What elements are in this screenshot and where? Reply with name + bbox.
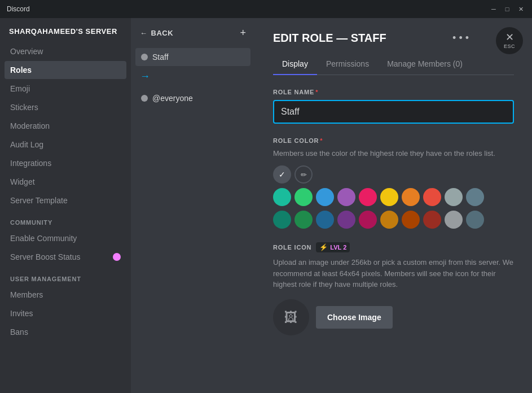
tab-display[interactable]: Display [273,54,317,75]
color-swatch[interactable] [423,211,441,229]
esc-label: ESC [504,43,515,49]
color-swatch[interactable] [423,188,441,206]
color-swatch[interactable] [359,188,377,206]
sidebar-item-overview[interactable]: Overview [5,42,126,60]
color-swatch[interactable] [294,211,313,229]
sidebar-item-label: Overview [10,47,43,56]
more-options-button[interactable]: • • • [452,32,469,44]
color-swatch[interactable] [337,211,355,229]
main-content: ✕ ESC EDIT ROLE — STAFF • • • Display Pe… [255,18,532,393]
color-swatch-custom[interactable]: ✏ [294,165,313,184]
sidebar-item-label: Widget [10,177,35,186]
color-swatch[interactable] [402,211,420,229]
required-asterisk: * [315,89,318,95]
sidebar-item-members[interactable]: Members [5,286,126,304]
color-swatch[interactable] [359,211,377,229]
minimize-button[interactable]: ─ [489,5,498,14]
back-button[interactable]: ← BACK [140,29,173,37]
color-swatch[interactable] [380,188,398,206]
sidebar-item-server-boost-status[interactable]: Server Boost Status [5,248,126,266]
tab-manage-members[interactable]: Manage Members (0) [378,54,472,75]
sidebar-item-label: Invites [10,309,33,318]
role-icon-header: ROLE ICON ⚡ LVL 2 [273,242,514,252]
sidebar-item-label: Bans [10,328,28,337]
role-color-description: Members use the color of the highest rol… [273,149,514,159]
color-swatch[interactable] [294,188,313,206]
sidebar-item-emoji[interactable]: Emoji [5,80,126,98]
sidebar-item-label: Roles [10,66,32,75]
sidebar-item-label: Audit Log [10,140,43,149]
tab-permissions[interactable]: Permissions [317,54,378,75]
app-body: SHARQAHAMEED'S SERVER Overview Roles Emo… [0,18,532,393]
color-swatch[interactable] [380,211,398,229]
color-swatches-row-1 [273,188,514,206]
checkmark-icon: ✓ [279,170,285,179]
color-swatch[interactable] [273,188,291,206]
role-color-label: ROLE COLOR* [273,137,514,144]
sidebar-item-roles[interactable]: Roles [5,61,126,79]
color-swatch[interactable] [316,211,334,229]
sidebar-item-audit-log[interactable]: Audit Log [5,136,126,154]
role-color-label-text: ROLE COLOR [273,137,319,144]
role-item-staff[interactable]: Staff [135,48,250,66]
role-name-label-text: ROLE NAME [273,89,314,95]
add-role-button[interactable]: + [240,27,246,39]
maximize-button[interactable]: □ [503,5,512,14]
color-swatch[interactable] [402,188,420,206]
sidebar-item-label: Emoji [10,84,30,93]
choose-image-button[interactable]: Choose Image [316,306,393,329]
color-swatch[interactable] [445,211,463,229]
color-swatch[interactable] [337,188,355,206]
sidebar-item-stickers[interactable]: Stickers [5,98,126,116]
sidebar-item-server-template[interactable]: Server Template [5,191,126,209]
role-icon-section: ROLE ICON ⚡ LVL 2 Upload an image under … [273,242,514,335]
boost-icon: ⚡ [319,243,328,251]
arrow-right-icon: → [140,71,150,82]
tabs: Display Permissions Manage Members (0) [273,54,514,75]
color-swatch-selected[interactable]: ✓ [273,165,291,184]
role-item-everyone[interactable]: @everyone [135,89,250,107]
color-swatch[interactable] [316,188,334,206]
roles-panel: ← BACK + Staff → @everyone [131,18,255,393]
role-label: @everyone [152,94,193,103]
arrow-indicator: → [135,68,250,87]
user-management-section-header: USER MANAGEMENT [5,267,126,286]
color-swatch[interactable] [466,211,484,229]
role-name-input[interactable] [273,100,514,124]
roles-header: ← BACK + [135,27,250,46]
sidebar-item-label: Server Boost Status [10,252,81,261]
lvl-badge-text: LVL 2 [330,244,346,251]
image-placeholder: 🖼 [273,299,309,335]
role-name-label: ROLE NAME* [273,89,514,95]
close-button[interactable]: ✕ [516,5,525,14]
sidebar-item-label: Members [10,290,43,299]
boost-badge [113,253,121,261]
color-swatches-row-2 [273,211,514,229]
esc-button[interactable]: ✕ ESC [496,27,523,54]
choose-image-row: 🖼 Choose Image [273,299,514,335]
color-pickers-row: ✓ ✏ [273,165,514,184]
sidebar-item-enable-community[interactable]: Enable Community [5,229,126,247]
sidebar-item-label: Integrations [10,159,51,168]
app-title: Discord [7,5,30,13]
image-upload-icon: 🖼 [284,309,298,325]
sidebar-item-moderation[interactable]: Moderation [5,117,126,135]
color-swatch[interactable] [466,188,484,206]
role-color-dot [141,54,148,60]
pencil-icon: ✏ [301,171,307,179]
community-section-header: COMMUNITY [5,210,126,229]
role-icon-label: ROLE ICON [273,244,311,251]
color-swatch[interactable] [445,188,463,206]
color-swatch[interactable] [273,211,291,229]
sidebar-item-invites[interactable]: Invites [5,304,126,322]
sidebar-item-label: Stickers [10,103,38,112]
role-color-dot [141,95,148,102]
sidebar-item-bans[interactable]: Bans [5,323,126,341]
back-arrow-icon: ← [140,29,148,37]
titlebar: Discord ─ □ ✕ [0,0,532,18]
sidebar-item-integrations[interactable]: Integrations [5,154,126,172]
sidebar: SHARQAHAMEED'S SERVER Overview Roles Emo… [0,18,131,393]
sidebar-item-label: Server Template [10,196,68,205]
sidebar-item-widget[interactable]: Widget [5,173,126,191]
edit-role-title: EDIT ROLE — STAFF [273,32,386,45]
